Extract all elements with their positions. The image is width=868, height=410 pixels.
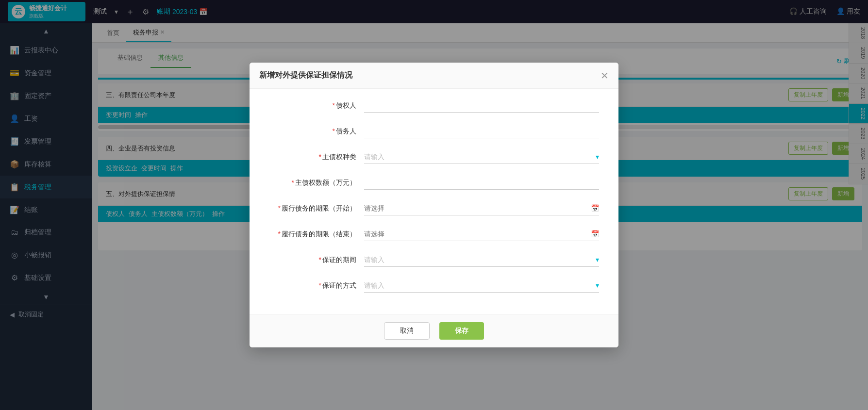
field-claim-type-label: *主债权种类	[269, 153, 356, 162]
modal-body: *债权人 *债务人 *主债权种类 ▾	[250, 89, 618, 314]
field-guarantee-method-select[interactable]: ▾	[364, 279, 599, 293]
field-creditor-row: *债权人	[269, 98, 599, 113]
field-guarantee-method-row: *保证的方式 ▾	[269, 279, 599, 293]
field-guarantee-period-select[interactable]: ▾	[364, 253, 599, 267]
field-period-start-row: *履行债务的期限（开始） 📅	[269, 201, 599, 215]
field-period-end-input[interactable]	[364, 230, 591, 238]
field-period-start-label: *履行债务的期限（开始）	[269, 204, 356, 213]
guarantee-period-chevron-icon[interactable]: ▾	[596, 256, 599, 263]
field-debtor-label: *债务人	[269, 127, 356, 136]
field-guarantee-period-row: *保证的期间 ▾	[269, 253, 599, 267]
field-period-end-label: *履行债务的期限（结束）	[269, 230, 356, 239]
field-period-end-date[interactable]: 📅	[364, 227, 599, 241]
field-creditor-input[interactable]	[364, 98, 599, 113]
claim-type-chevron-icon[interactable]: ▾	[596, 153, 599, 161]
field-creditor-label: *债权人	[269, 101, 356, 110]
period-start-calendar-icon[interactable]: 📅	[591, 204, 599, 212]
field-claim-type-input[interactable]	[364, 153, 596, 161]
period-end-calendar-icon[interactable]: 📅	[591, 230, 599, 238]
field-claim-type-select[interactable]: ▾	[364, 150, 599, 164]
field-guarantee-method-label: *保证的方式	[269, 281, 356, 290]
modal-dialog: 新增对外提供保证担保情况 ✕ *债权人 *债务人 *主债权种类	[250, 63, 618, 347]
field-guarantee-period-input[interactable]	[364, 256, 596, 263]
field-claim-amount-row: *主债权数额（万元）	[269, 176, 599, 190]
field-period-start-input[interactable]	[364, 204, 591, 212]
guarantee-method-chevron-icon[interactable]: ▾	[596, 281, 599, 289]
field-debtor-input[interactable]	[364, 124, 599, 138]
field-guarantee-method-input[interactable]	[364, 281, 596, 289]
modal-overlay: 新增对外提供保证担保情况 ✕ *债权人 *债务人 *主债权种类	[0, 0, 868, 410]
field-guarantee-period-label: *保证的期间	[269, 256, 356, 264]
modal-close-button[interactable]: ✕	[601, 71, 609, 81]
field-claim-amount-label: *主债权数额（万元）	[269, 179, 356, 187]
modal-footer: 取消 保存	[250, 314, 618, 347]
field-debtor-row: *债务人	[269, 124, 599, 138]
field-period-end-row: *履行债务的期限（结束） 📅	[269, 227, 599, 241]
field-claim-amount-input[interactable]	[364, 176, 599, 190]
modal-title: 新增对外提供保证担保情况	[259, 70, 352, 81]
field-period-start-date[interactable]: 📅	[364, 201, 599, 215]
modal-header: 新增对外提供保证担保情况 ✕	[250, 63, 618, 89]
cancel-button[interactable]: 取消	[384, 322, 430, 340]
save-button[interactable]: 保存	[439, 322, 484, 340]
field-claim-type-row: *主债权种类 ▾	[269, 150, 599, 164]
